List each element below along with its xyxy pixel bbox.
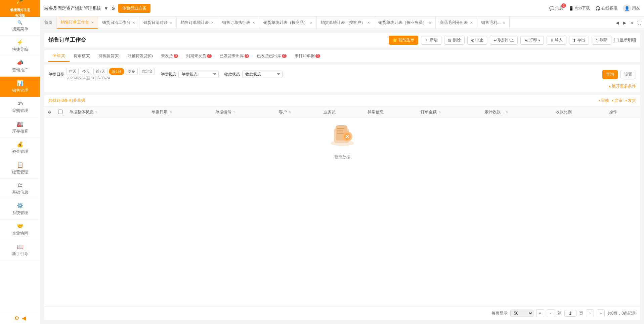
tab-close-icon[interactable]: ✕ [367, 21, 370, 25]
tab-gross-profit[interactable]: 商品毛利分析表 ✕ [436, 17, 477, 29]
sidebar-collapse-btn[interactable]: ◀ [22, 315, 26, 321]
show-detail-checkbox[interactable]: 显示明细 [614, 37, 636, 43]
payment-select[interactable]: 收款状态 [242, 71, 283, 78]
sub-tab-all[interactable]: 全部(0) [48, 50, 70, 62]
message-icon: 💬 [549, 6, 554, 11]
app-logo: 🍊 畅捷通好生意 标准版 [0, 0, 40, 17]
status-select[interactable]: 单据状态 [178, 71, 219, 78]
date-opt-more[interactable]: 更多 [126, 68, 138, 75]
tab-close-icon[interactable]: ✕ [310, 21, 312, 25]
ship-btn[interactable]: 发货 [625, 98, 636, 104]
sidebar-item-guide[interactable]: 📖 新手引导 [0, 240, 40, 260]
date-opt-1month[interactable]: 近1月 [109, 68, 124, 75]
sub-tab-shipped-not-out[interactable]: 已发货未出库 0 [216, 50, 253, 62]
tab-close-icon[interactable]: ✕ [429, 21, 431, 25]
first-page-btn[interactable]: « [536, 309, 544, 317]
tab-close-icon[interactable]: ✕ [503, 21, 505, 25]
tab-close-icon[interactable]: ✕ [91, 21, 94, 24]
tab-daily-reconcile[interactable]: 钱货日清对账 ✕ [139, 17, 177, 29]
filter-settings-btn[interactable]: 设置 [620, 70, 636, 79]
sidebar-item-sales[interactable]: 📊 销售管理 [0, 77, 40, 97]
select-all-checkbox[interactable] [58, 110, 62, 114]
cancel-pause-btn[interactable]: ↩ 取消中止 [490, 36, 518, 45]
tab-sales-product[interactable]: 销货单统计表（按商品） ✕ [259, 17, 317, 29]
sidebar-item-purchase[interactable]: 🛍 采购管理 [0, 97, 40, 117]
refresh-btn[interactable]: ↻ 刷新 [592, 36, 611, 45]
tab-home[interactable]: 首页 [40, 17, 57, 29]
page-input[interactable] [564, 310, 576, 317]
audit-btn[interactable]: 审核 [598, 98, 609, 104]
payment-filter: 收款状态 收款状态 [224, 71, 283, 78]
pause-btn[interactable]: ⊘ 中止 [467, 36, 487, 45]
date-opt-custom[interactable]: 自定义 [139, 68, 155, 75]
sort-icon[interactable]: ⇅ [170, 111, 172, 114]
tab-daily-clear[interactable]: 钱货日清工作台 ✕ [98, 17, 139, 29]
topbar-expand-btn[interactable]: ▼ [104, 6, 109, 11]
sort-icon[interactable]: ⇅ [289, 111, 291, 114]
sort-icon[interactable]: ⇅ [438, 111, 441, 114]
sidebar-item-search[interactable]: 🔍 搜索菜单 [0, 17, 40, 36]
sub-tab-shipped-out[interactable]: 已发货已出库 0 [253, 50, 291, 62]
sub-tab-unshipped[interactable]: 未发货 0 [157, 50, 182, 62]
industry-btn[interactable]: 体验行业方案 [118, 4, 151, 13]
tab-close-icon[interactable]: ✕ [470, 21, 473, 25]
add-btn[interactable]: ＋ 新增 [421, 36, 441, 45]
per-page-select[interactable]: 10 20 50 100 [510, 310, 533, 317]
tab-sales-exec[interactable]: 销售订单执行表 ✕ [218, 17, 259, 29]
tab-sales-customer[interactable]: 销货单统计表（按客户） ✕ [317, 17, 374, 29]
cancel-audit-btn[interactable]: 弃审 [612, 98, 622, 104]
sidebar-item-inventory[interactable]: 🏭 库存核算 [0, 117, 40, 138]
topbar-settings-btn[interactable]: ⚙ [111, 6, 116, 11]
sidebar-item-marketing[interactable]: 📣 营销推广 [0, 56, 40, 77]
export-btn[interactable]: ⬆ 导出 [569, 36, 589, 45]
delete-btn[interactable]: 🗑 删除 [444, 36, 465, 45]
smart-create-btn[interactable]: ⭐ 智能生单 [389, 36, 418, 45]
prev-page-btn[interactable]: ‹ [547, 309, 555, 317]
sort-icon[interactable]: ⇅ [95, 111, 98, 114]
date-opt-7days[interactable]: 近7天 [93, 68, 108, 75]
sub-tab-pending-review[interactable]: 待审核(0) [70, 50, 95, 62]
sidebar-item-enterprise[interactable]: 🤝 企业协同 [0, 219, 40, 240]
sort-icon[interactable]: ⇅ [233, 111, 236, 114]
next-page-btn[interactable]: › [586, 309, 594, 317]
app-download-btn[interactable]: 📱 App下载 [569, 5, 590, 11]
last-page-btn[interactable]: » [597, 309, 605, 317]
tab-close-icon[interactable]: ✕ [132, 21, 135, 25]
sub-tab-unprinted[interactable]: 未打印单据 0 [291, 50, 324, 62]
tab-sales-staff[interactable]: 销货单统计表（按业务员） ✕ [374, 17, 436, 29]
tab-sales-order-workbench[interactable]: 销售订单工作台 ✕ [57, 17, 98, 29]
tab-nav-next[interactable]: ▶ [621, 19, 628, 26]
search-btn[interactable]: 查询 [602, 70, 618, 79]
date-opt-yesterday[interactable]: 昨天 [67, 68, 79, 75]
sidebar-item-base[interactable]: 🗂 基础信息 [0, 179, 40, 199]
table-scroll-area[interactable]: ⚙ 单据整体状态 ⇅ 单据日期 ⇅ [44, 107, 640, 306]
user-menu-btn[interactable]: 👤 用友 [623, 4, 640, 12]
settings-icon[interactable]: ⚙ [48, 110, 51, 115]
date-opt-today[interactable]: 今天 [80, 68, 92, 75]
sidebar-item-quick-nav[interactable]: ⚡ 快捷导航 [0, 36, 40, 56]
tab-nav-fullscreen[interactable]: ⛶ [636, 19, 643, 26]
sidebar-item-operations[interactable]: 📋 经营管理 [0, 158, 40, 179]
sub-tab-overdue-unshipped[interactable]: 到期未发货 0 [182, 50, 216, 62]
tab-close-icon[interactable]: ✕ [211, 21, 214, 25]
import-btn[interactable]: ⬇ 导入 [547, 36, 566, 45]
tab-label: 销货单统计表（按业务员） [378, 20, 427, 26]
tab-close-icon[interactable]: ✕ [252, 21, 255, 25]
sort-icon[interactable]: ⇅ [506, 111, 508, 114]
messages-btn[interactable]: 💬 消息 6 [549, 5, 563, 11]
tab-sales-stats[interactable]: 销售订单统计表 ✕ [177, 17, 218, 29]
print-btn[interactable]: 🖨 打印 ▾ [520, 36, 544, 45]
show-detail-input[interactable] [614, 38, 618, 42]
tab-nav-prev[interactable]: ◀ [614, 19, 620, 26]
expand-filter-btn[interactable]: ▾ 展开更多条件 [609, 83, 636, 89]
tab-close-icon[interactable]: ✕ [170, 21, 172, 25]
filter-row-expand: ▾ 展开更多条件 [48, 83, 636, 89]
sub-tab-pending-inspection[interactable]: 待拣验货(0) [94, 50, 124, 62]
sidebar-item-system[interactable]: ⚙️ 系统管理 [0, 199, 40, 219]
sidebar-settings-btn[interactable]: ⚙ [14, 315, 19, 321]
sub-tab-wangpu-delivery[interactable]: 旺铺待发货(0) [124, 50, 157, 62]
online-service-btn[interactable]: 🎧 在线客服 [595, 5, 617, 11]
tab-sales-gross[interactable]: 销售毛利... ✕ [477, 17, 510, 29]
tab-nav-close[interactable]: ✕ [629, 19, 635, 26]
sidebar-item-finance[interactable]: 💰 资金管理 [0, 138, 40, 158]
